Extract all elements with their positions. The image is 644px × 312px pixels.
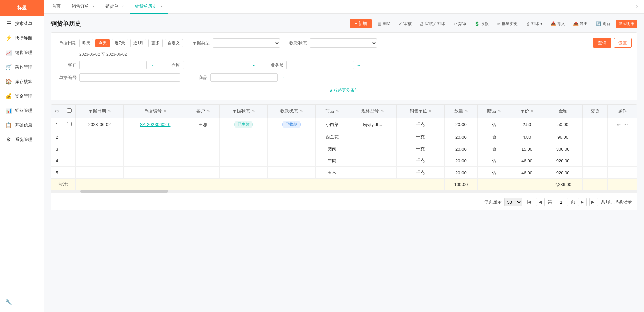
sidebar-item-label: 销售管理 bbox=[15, 50, 32, 56]
last-page-btn[interactable]: ▶| bbox=[589, 198, 598, 206]
staff-input[interactable] bbox=[286, 61, 354, 69]
sidebar-item-settings-bottom[interactable]: 🔧 bbox=[0, 295, 44, 309]
sidebar-item-basic-info[interactable]: 📋 基础信息 bbox=[0, 118, 44, 132]
product-ellipsis-btn[interactable]: ··· bbox=[280, 75, 284, 80]
sidebar-item-finance[interactable]: 💰 资金管理 bbox=[0, 89, 44, 103]
tab-sales-goods[interactable]: 销货单 × bbox=[100, 0, 129, 14]
show-detail-button[interactable]: 显示明细 bbox=[616, 20, 637, 28]
warehouse-input[interactable] bbox=[183, 61, 250, 69]
page-size-select[interactable]: 50 100 200 bbox=[504, 198, 522, 206]
sort-qty-icon[interactable]: ⇅ bbox=[465, 109, 468, 113]
cell-unit-3: 千克 bbox=[396, 155, 444, 167]
close-sales-order-icon[interactable]: × bbox=[92, 4, 94, 8]
cell-docstatus-0: 已生效 bbox=[220, 118, 268, 131]
sort-docstatus-icon[interactable]: ⇅ bbox=[252, 109, 255, 113]
new-button[interactable]: + 新增 bbox=[350, 19, 372, 28]
cell-docstatus-1 bbox=[220, 131, 268, 143]
cell-checkbox-0[interactable] bbox=[63, 118, 75, 131]
sort-docno-icon[interactable]: ⇅ bbox=[164, 109, 166, 113]
doc-no-link[interactable]: SA-20230602-0 bbox=[140, 122, 170, 127]
tab-sales-order-label: 销售订单 bbox=[72, 3, 89, 9]
row-checkbox[interactable] bbox=[67, 122, 72, 126]
column-settings-icon[interactable]: ⚙ bbox=[55, 109, 59, 114]
cell-checkbox-3[interactable] bbox=[63, 155, 75, 167]
cell-checkbox-1[interactable] bbox=[63, 131, 75, 143]
cell-docno-1[interactable] bbox=[124, 131, 187, 143]
sidebar-item-quick-nav[interactable]: ⚡ 快捷导航 bbox=[0, 31, 44, 45]
date-btn-today[interactable]: 今天 bbox=[95, 39, 110, 47]
tab-home[interactable]: 首页 bbox=[47, 0, 66, 14]
sort-spec-icon[interactable]: ⇅ bbox=[381, 109, 384, 113]
date-btn-more[interactable]: 更多 bbox=[148, 39, 163, 47]
more-action-icon[interactable]: ⋯ bbox=[623, 122, 628, 127]
cell-docno-3[interactable] bbox=[124, 155, 187, 167]
cell-docno-0[interactable]: SA-20230602-0 bbox=[124, 118, 187, 131]
date-btn-7days[interactable]: 近7天 bbox=[112, 39, 128, 47]
cell-docno-4[interactable] bbox=[124, 167, 187, 179]
abandon-button[interactable]: ↩ 弃审 bbox=[451, 20, 469, 28]
delete-button[interactable]: 🗑 删除 bbox=[374, 20, 393, 28]
doc-status-badge: 已生效 bbox=[234, 121, 253, 128]
batch-change-button[interactable]: ✏ 批量变更 bbox=[494, 20, 521, 28]
collapse-filter-btn[interactable]: ∧ 收起更多条件 bbox=[56, 86, 632, 95]
th-settings[interactable]: ⚙ bbox=[51, 105, 63, 118]
sidebar-item-sys-mgmt[interactable]: ⚙ 系统管理 bbox=[0, 132, 44, 147]
tab-bar-close-all[interactable]: × bbox=[633, 4, 641, 10]
tab-sales-order[interactable]: 销售订单 × bbox=[66, 0, 100, 14]
collect-button[interactable]: 💲 收款 bbox=[472, 20, 492, 28]
cell-unit-2: 千克 bbox=[396, 143, 444, 155]
close-sales-goods-icon[interactable]: × bbox=[122, 4, 124, 8]
sidebar-item-search-menu[interactable]: ☰ 搜索菜单 bbox=[0, 16, 44, 31]
horizontal-scrollbar[interactable] bbox=[51, 190, 637, 193]
audit-print-button[interactable]: 🖨 审核并打印 bbox=[417, 20, 448, 28]
query-button[interactable]: 查询 bbox=[593, 38, 611, 48]
sort-customer-icon[interactable]: ⇅ bbox=[207, 109, 210, 113]
select-all-checkbox[interactable] bbox=[67, 108, 72, 113]
sort-product-icon[interactable]: ⇅ bbox=[336, 109, 339, 113]
next-page-btn[interactable]: ▶ bbox=[578, 198, 587, 206]
sort-date-icon[interactable]: ⇅ bbox=[108, 109, 111, 113]
scrollbar-thumb[interactable] bbox=[80, 190, 168, 193]
th-customer: 客户 ⇅ bbox=[187, 105, 220, 118]
staff-ellipsis-btn[interactable]: ··· bbox=[357, 62, 360, 68]
close-sales-history-icon[interactable]: × bbox=[160, 4, 162, 8]
sidebar-item-operations[interactable]: 📊 经营管理 bbox=[0, 103, 44, 118]
cell-spec-1 bbox=[348, 131, 396, 143]
print-button[interactable]: 🖨 打印 ▾ bbox=[523, 20, 545, 28]
import-icon: 📥 bbox=[551, 21, 556, 26]
sort-unit-icon[interactable]: ⇅ bbox=[429, 109, 431, 113]
product-input[interactable] bbox=[210, 73, 278, 82]
sidebar-item-purchase-mgmt[interactable]: 🛒 采购管理 bbox=[0, 60, 44, 74]
date-btn-yesterday[interactable]: 昨天 bbox=[79, 39, 93, 47]
sort-paystatus-icon[interactable]: ⇅ bbox=[300, 109, 303, 113]
sort-gift-icon[interactable]: ⇅ bbox=[498, 109, 501, 113]
page-number-input[interactable] bbox=[555, 198, 568, 206]
import-button[interactable]: 📥 导入 bbox=[548, 20, 568, 28]
cell-checkbox-4[interactable] bbox=[63, 167, 75, 179]
th-checkbox[interactable] bbox=[63, 105, 75, 118]
payment-status-select[interactable] bbox=[310, 38, 377, 48]
customer-input[interactable] bbox=[79, 61, 147, 69]
settings-button[interactable]: 设置 bbox=[614, 38, 632, 48]
date-btn-custom[interactable]: 自定义 bbox=[165, 39, 183, 47]
sort-price-icon[interactable]: ⇅ bbox=[531, 109, 533, 113]
tab-sales-history[interactable]: 销货单历史 × bbox=[130, 0, 168, 14]
first-page-btn[interactable]: |◀ bbox=[525, 198, 533, 206]
cell-checkbox-2[interactable] bbox=[63, 143, 75, 155]
export-button[interactable]: 📤 导出 bbox=[570, 20, 590, 28]
refresh-button[interactable]: 🔄 刷新 bbox=[593, 20, 613, 28]
doc-type-select[interactable] bbox=[213, 38, 280, 48]
cell-gift-1: 否 bbox=[477, 131, 510, 143]
audit-button[interactable]: ✔ 审核 bbox=[396, 20, 414, 28]
date-btn-1month[interactable]: 近1月 bbox=[130, 39, 147, 47]
customer-ellipsis-btn[interactable]: ··· bbox=[149, 62, 153, 68]
table-header-row: ⚙ 单据日期 ⇅ 单据编号 ⇅ 客户 ⇅ 单据状态 ⇅ 收款状态 ⇅ 商品 ⇅ … bbox=[51, 105, 637, 118]
cell-customer-1 bbox=[187, 131, 220, 143]
warehouse-ellipsis-btn[interactable]: ··· bbox=[253, 62, 257, 68]
prev-page-btn[interactable]: ◀ bbox=[536, 198, 545, 206]
sidebar-item-inventory[interactable]: 🏠 库存核算 bbox=[0, 74, 44, 89]
edit-action-icon[interactable]: ✏ bbox=[617, 122, 621, 127]
doc-no-input[interactable] bbox=[79, 73, 180, 82]
cell-docno-2[interactable] bbox=[124, 143, 187, 155]
sidebar-item-sales-mgmt[interactable]: 📈 销售管理 bbox=[0, 45, 44, 60]
